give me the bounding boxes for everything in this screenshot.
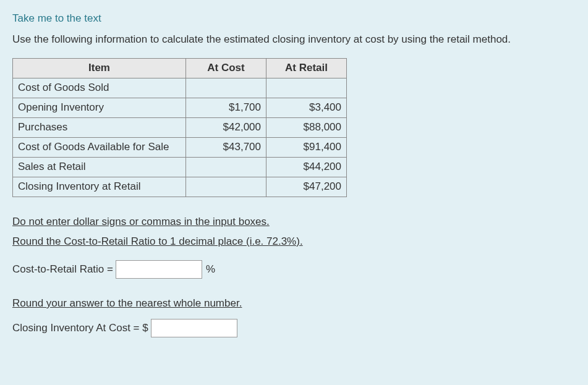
ratio-input[interactable] <box>116 260 202 279</box>
closing-label: Closing Inventory At Cost = $ <box>12 322 148 334</box>
cell-atretail: $88,000 <box>266 117 347 137</box>
cell-atretail: $44,200 <box>266 157 347 177</box>
percent-symbol: % <box>206 263 215 276</box>
cell-item: Opening Inventory <box>13 98 186 117</box>
table-row: Closing Inventory at Retail $47,200 <box>13 177 347 197</box>
cell-item: Closing Inventory at Retail <box>13 177 186 197</box>
cell-item: Cost of Goods Sold <box>13 78 186 98</box>
table-row: Opening Inventory $1,700 $3,400 <box>13 98 347 117</box>
table-row: Sales at Retail $44,200 <box>13 157 347 177</box>
cell-atcost <box>186 78 266 98</box>
data-table: Item At Cost At Retail Cost of Goods Sol… <box>12 58 347 197</box>
cell-atretail: $91,400 <box>266 137 347 157</box>
cell-atcost: $1,700 <box>186 98 266 117</box>
cell-atretail: $3,400 <box>266 98 347 117</box>
cell-atcost <box>186 177 266 197</box>
cell-item: Cost of Goods Available for Sale <box>13 137 186 157</box>
cell-atcost: $43,700 <box>186 137 266 157</box>
table-row: Cost of Goods Available for Sale $43,700… <box>13 137 347 157</box>
col-header-atretail: At Retail <box>266 58 347 78</box>
note-no-symbols: Do not enter dollar signs or commas in t… <box>12 216 576 228</box>
table-row: Purchases $42,000 $88,000 <box>13 117 347 137</box>
col-header-item: Item <box>13 58 186 78</box>
col-header-atcost: At Cost <box>186 58 266 78</box>
cell-atretail: $47,200 <box>266 177 347 197</box>
note-round-ratio: Round the Cost-to-Retail Ratio to 1 deci… <box>12 235 576 248</box>
ratio-label: Cost-to-Retail Ratio = <box>12 263 113 276</box>
take-me-link[interactable]: Take me to the text <box>12 12 576 25</box>
cell-atcost <box>186 157 266 177</box>
cell-item: Sales at Retail <box>13 157 186 177</box>
cell-atretail <box>266 78 347 98</box>
note-round-whole: Round your answer to the nearest whole n… <box>12 297 576 310</box>
closing-input[interactable] <box>151 319 237 337</box>
cell-item: Purchases <box>13 117 186 137</box>
cell-atcost: $42,000 <box>186 117 266 137</box>
instruction-text: Use the following information to calcula… <box>12 32 576 47</box>
table-row: Cost of Goods Sold <box>13 78 347 98</box>
